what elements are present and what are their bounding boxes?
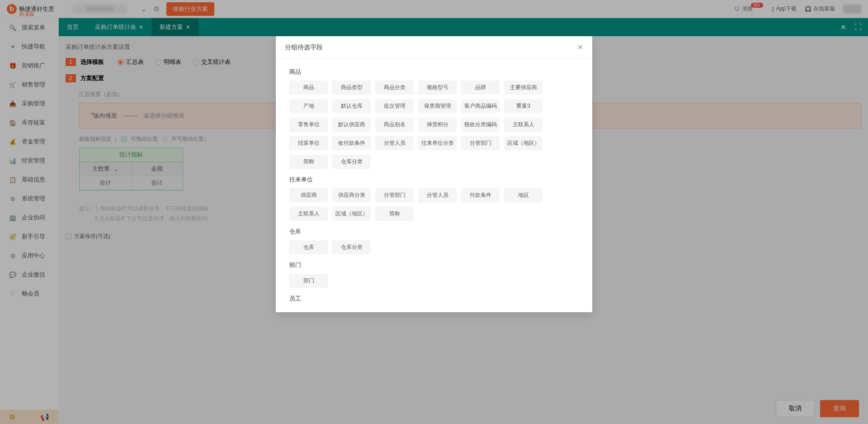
modal-backdrop[interactable]	[0, 0, 868, 18]
